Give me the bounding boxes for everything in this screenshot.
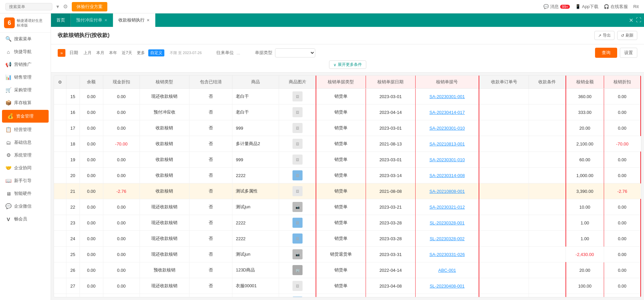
- table-row: 27 0.00 0.00 现还收款核销 否 衣服00001 🖼 销货单 2023…: [54, 278, 641, 294]
- row-bill-no[interactable]: SL-20230328-001: [415, 215, 479, 231]
- row-settings[interactable]: [54, 215, 66, 231]
- sidebar-item-smart-hw[interactable]: 🖥 智能硬件: [0, 187, 51, 200]
- row-settings[interactable]: [54, 89, 66, 104]
- row-bill-no[interactable]: SA-20230301-010: [415, 152, 479, 168]
- search-input[interactable]: [5, 3, 52, 10]
- row-include-settled: 否: [189, 247, 232, 262]
- sidebar-item-label: 新手引导: [14, 178, 32, 184]
- row-num: 21: [66, 183, 79, 199]
- row-settings[interactable]: [54, 152, 66, 168]
- row-settings[interactable]: [54, 231, 66, 247]
- row-settings[interactable]: [54, 104, 66, 120]
- row-settings[interactable]: [54, 262, 66, 278]
- receipt-type-select[interactable]: [275, 48, 315, 57]
- sidebar-item-sales[interactable]: 📊 销售管理: [0, 71, 51, 84]
- query-button[interactable]: 查询: [595, 48, 617, 58]
- row-settings[interactable]: [54, 199, 66, 215]
- row-bill-no[interactable]: SA-20210813-001: [415, 136, 479, 152]
- goods-image: 🖼: [292, 139, 303, 149]
- sidebar-item-quick-nav[interactable]: ⌂ 快捷导航: [0, 45, 51, 58]
- row-receipt-order-no: [479, 120, 529, 136]
- filter-expand-button[interactable]: »: [58, 49, 65, 57]
- row-receipt-condition: [529, 199, 566, 215]
- row-bill-no[interactable]: SA-20230414-017: [415, 104, 479, 120]
- sidebar-item-finance[interactable]: 💰 资金管理: [2, 110, 49, 123]
- sidebar-item-marketing[interactable]: 📢 营销推广: [0, 58, 51, 71]
- row-bill-no[interactable]: SL-20230328-002: [415, 231, 479, 247]
- tab-prepay-label: 预付冲应付单: [76, 17, 102, 23]
- row-offset-type: 现还收款核销: [140, 247, 189, 262]
- date-this-year[interactable]: 本年: [108, 49, 118, 56]
- sidebar-item-operations[interactable]: 📋 经营管理: [0, 123, 51, 136]
- sidebar-item-enterprise[interactable]: 🤝 企业协同: [0, 162, 51, 174]
- main-area: 首页 预付冲应付单 ✕ 收款核销执行 ✕ ✕ ⛶ 收款核销执行(按收款): [51, 13, 644, 300]
- row-goods: 老白干: [232, 104, 279, 120]
- gear-icon[interactable]: ⚙: [63, 3, 68, 10]
- home-icon: ⌂: [5, 49, 11, 55]
- date-more[interactable]: 更多: [136, 49, 146, 56]
- sidebar-item-system[interactable]: ⚙ 系统管理: [0, 149, 51, 162]
- row-settings[interactable]: [54, 168, 66, 183]
- sidebar-item-label: 营销推广: [14, 61, 32, 68]
- date-this-month[interactable]: 本月: [95, 49, 106, 56]
- maximize-icon[interactable]: ⛶: [636, 17, 641, 23]
- row-receipt-order-no: [479, 278, 529, 294]
- data-table: ⚙ 余额 现金折扣 核销类型 包含已结清 商品 商品图片 核销单据类型 核销单据…: [54, 76, 641, 297]
- export-button[interactable]: ↗ 导出: [594, 31, 614, 40]
- row-bill-no[interactable]: SA-20230321-012: [415, 199, 479, 215]
- row-balance: 0.00: [79, 120, 103, 136]
- from-unit-dots[interactable]: ...: [236, 50, 240, 55]
- row-bill-no[interactable]: SL-20230408-001: [415, 278, 479, 294]
- tab-receipt-offset-close-icon[interactable]: ✕: [147, 18, 150, 23]
- sidebar-item-purchase[interactable]: 🛒 采购管理: [0, 84, 51, 96]
- sidebar-item-guide[interactable]: 📖 新手引导: [0, 174, 51, 187]
- refresh-button[interactable]: ↺ 刷新: [617, 31, 637, 40]
- col-settings[interactable]: ⚙: [54, 76, 66, 89]
- tab-receipt-offset[interactable]: 收款核销执行 ✕: [113, 13, 155, 27]
- row-bill-no[interactable]: SA-20230314-008: [415, 168, 479, 183]
- row-settings[interactable]: [54, 120, 66, 136]
- expand-more-button[interactable]: ∨ 展开更多条件: [329, 60, 366, 69]
- row-bill-type: 销货单: [316, 278, 366, 294]
- date-filter-label: 日期: [69, 50, 78, 56]
- table-row: 18 0.00 -70.00 收款核销 否 多计量商品2 🖼 销货单 2021-…: [54, 136, 641, 152]
- row-balance: 0.00: [79, 136, 103, 152]
- row-cash-discount: 0.00: [103, 294, 140, 298]
- sidebar-item-label: 企业协同: [14, 165, 32, 171]
- chevron-down-icon[interactable]: ▾: [56, 3, 59, 10]
- row-receipt-condition: [529, 215, 566, 231]
- close-icon[interactable]: ✕: [629, 17, 633, 24]
- row-bill-no[interactable]: SA-20210808-001: [415, 183, 479, 199]
- date-custom[interactable]: 自定义: [148, 49, 164, 56]
- sidebar-item-inventory[interactable]: 📦 库存核算: [0, 96, 51, 109]
- sidebar-item-base-info[interactable]: 🗂 基础信息: [0, 136, 51, 149]
- tab-home[interactable]: 首页: [51, 13, 71, 27]
- sidebar-item-wechat[interactable]: 💬 企业微信: [0, 200, 51, 213]
- settings-button[interactable]: 设置: [620, 48, 637, 58]
- date-last-7days[interactable]: 近7天: [120, 49, 133, 56]
- enterprise-icon: 🤝: [5, 165, 11, 171]
- row-bill-no[interactable]: ABC-001: [415, 262, 479, 278]
- row-settings[interactable]: [54, 136, 66, 152]
- sidebar-item-search[interactable]: 🔍 搜索菜单: [0, 33, 51, 45]
- tab-prepay-close-icon[interactable]: ✕: [104, 18, 107, 23]
- message-icon[interactable]: 💬 消息99+: [543, 4, 570, 10]
- date-last-month[interactable]: 上月: [82, 49, 93, 56]
- row-offset-discount: 0.00: [604, 215, 641, 231]
- row-receipt-order-no: [479, 294, 529, 298]
- row-cash-discount: 0.00: [103, 168, 140, 183]
- row-offset-discount: 0.00: [604, 89, 641, 104]
- row-bill-no[interactable]: SA-20230331-026: [415, 247, 479, 262]
- sidebar-item-member[interactable]: V 畅会员: [0, 213, 51, 225]
- row-settings[interactable]: [54, 247, 66, 262]
- row-bill-no[interactable]: SL-20230418-001: [415, 294, 479, 298]
- row-settings[interactable]: [54, 183, 66, 199]
- tab-prepay[interactable]: 预付冲应付单 ✕: [71, 13, 113, 27]
- solution-button[interactable]: 休验行业方案: [72, 2, 107, 11]
- row-settings[interactable]: [54, 278, 66, 294]
- row-settings[interactable]: [54, 294, 66, 298]
- app-download-link[interactable]: 📱 App下载: [575, 4, 598, 10]
- row-bill-no[interactable]: SA-20230301-001: [415, 89, 479, 104]
- online-service-link[interactable]: 🎧 在线客服: [604, 4, 628, 10]
- row-bill-no[interactable]: SA-20230301-010: [415, 120, 479, 136]
